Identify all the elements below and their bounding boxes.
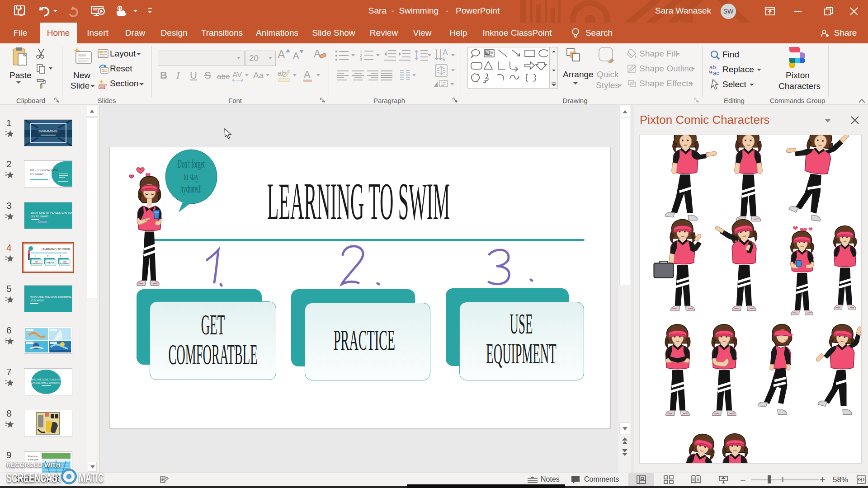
svg-text:DO YOU KNOW HOW: DO YOU KNOW HOW [30, 169, 58, 172]
svg-text:EQUIPMENT: EQUIPMENT [60, 263, 69, 265]
svg-text:GO TO SWIM?: GO TO SWIM? [31, 215, 49, 218]
svg-text:SWIMMING: SWIMMING [38, 129, 58, 133]
svg-text:1.: 1. [34, 255, 37, 258]
svg-text:hydrated!: hydrated! [180, 182, 202, 195]
svg-text:WHAT ARE THE MAIN SWIMMING: WHAT ARE THE MAIN SWIMMING [30, 296, 72, 298]
svg-text:LEARNING TO SWIM: LEARNING TO SWIM [42, 248, 70, 251]
svg-text:What how: What how [28, 455, 38, 458]
svg-text:to stay: to stay [184, 170, 198, 183]
svg-text:TO SWIM?: TO SWIM? [30, 173, 44, 176]
svg-text:ac: ac [713, 70, 719, 76]
svg-text:WHAT KIND OF PLACES CAN YOU: WHAT KIND OF PLACES CAN YOU [31, 211, 72, 214]
svg-text:Don't forget: Don't forget [178, 157, 205, 170]
svg-text:3: 3 [360, 57, 362, 61]
svg-text:PRACTICE: PRACTICE [47, 262, 55, 264]
svg-text:3.: 3. [60, 255, 62, 258]
svg-text:WHAT ARE SOME TOOLS YOU: WHAT ARE SOME TOOLS YOU [30, 379, 62, 381]
svg-text:1: 1 [360, 49, 362, 53]
svg-text:A: A [486, 51, 488, 55]
svg-text:STROKES?: STROKES? [30, 299, 45, 302]
svg-text:CAN USE WHILE SWIMMING?: CAN USE WHILE SWIMMING? [31, 382, 61, 384]
svg-text:at the pool: at the pool [28, 458, 38, 461]
svg-text:2.: 2. [47, 255, 49, 258]
svg-text:A: A [443, 48, 448, 57]
svg-text:COMFORATBLE: COMFORATBLE [31, 263, 42, 265]
